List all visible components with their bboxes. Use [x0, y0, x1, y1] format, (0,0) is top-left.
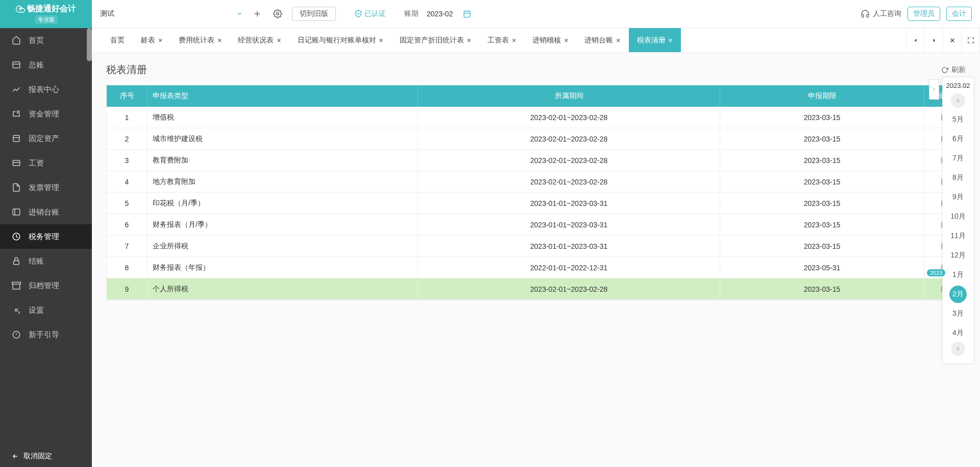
sidebar-item-4[interactable]: 固定资产	[0, 126, 92, 151]
tab-label: 税表清册	[637, 36, 666, 45]
sidebar-item-1[interactable]: 总账	[0, 53, 92, 77]
tab-label: 进销台账	[584, 36, 613, 45]
month-item[interactable]: 1月2023	[949, 266, 967, 284]
company-dropdown[interactable]: 测试	[100, 9, 243, 18]
unpin-label: 取消固定	[23, 452, 52, 461]
tab-0[interactable]: 首页	[102, 28, 133, 52]
tab-6[interactable]: 工资表×	[479, 28, 524, 52]
tab-9[interactable]: 税表清册×	[629, 28, 681, 52]
tabs-next-button[interactable]	[925, 28, 943, 52]
month-item[interactable]: 11月	[949, 227, 967, 245]
sidebar-item-11[interactable]: 设置	[0, 298, 92, 322]
sidebar-item-8[interactable]: 税务管理	[0, 224, 92, 249]
month-item[interactable]: 5月	[949, 111, 967, 128]
tab-close-button[interactable]: ×	[564, 36, 568, 44]
month-item[interactable]: 6月	[949, 130, 967, 148]
sidebar-icon	[11, 60, 21, 70]
sidebar-icon	[11, 330, 21, 340]
month-item[interactable]: 3月	[949, 305, 967, 322]
page-header: 税表清册 刷新	[106, 63, 966, 77]
month-list: 5月6月7月8月9月10月11月12月1月20232月3月4月	[943, 111, 973, 342]
tab-label: 费用统计表	[179, 36, 214, 45]
tab-5[interactable]: 固定资产折旧统计表×	[391, 28, 479, 52]
tab-8[interactable]: 进销台账×	[576, 28, 628, 52]
switch-old-version-button[interactable]: 切到旧版	[292, 7, 336, 21]
fullscreen-button[interactable]	[962, 28, 980, 52]
sidebar-item-0[interactable]: 首页	[0, 28, 92, 53]
td-seq: 7	[107, 236, 148, 256]
header-content: 测试 切到旧版 已认证 账期 2023-02 人工咨询 管理员 会计	[92, 7, 980, 21]
sidebar-item-7[interactable]: 进销台账	[0, 200, 92, 224]
td-period: 2023-02-01~2023-02-28	[418, 107, 720, 128]
sidebar-item-5[interactable]: 工资	[0, 151, 92, 175]
tab-close-button[interactable]: ×	[669, 36, 673, 44]
sidebar-icon	[11, 158, 21, 168]
panel-collapse-handle[interactable]	[929, 79, 939, 100]
refresh-icon	[941, 66, 948, 74]
period-value: 2023-02	[427, 10, 453, 18]
sidebar-item-9[interactable]: 结账	[0, 249, 92, 273]
table-header: 序号 申报表类型 所属期间 申报期限 操作	[107, 85, 965, 107]
sidebar-icon	[11, 231, 21, 242]
add-button[interactable]	[251, 8, 263, 20]
logo-text: 畅捷通好会计	[16, 4, 76, 14]
tab-close-button[interactable]: ×	[277, 36, 281, 44]
tabs-prev-button[interactable]	[906, 28, 925, 52]
tab-label: 工资表	[487, 36, 509, 45]
logo-badge: 专业版	[35, 15, 58, 24]
month-panel: 2023.02 5月6月7月8月9月10月11月12月1月20232月3月4月	[942, 77, 974, 364]
svg-point-2	[277, 13, 279, 15]
tab-close-button[interactable]: ×	[467, 36, 471, 44]
tab-7[interactable]: 进销稽核×	[524, 28, 576, 52]
tab-2[interactable]: 费用统计表×	[170, 28, 230, 52]
svg-marker-22	[914, 38, 916, 42]
consult-button[interactable]: 人工咨询	[861, 9, 901, 18]
td-seq: 2	[107, 128, 148, 149]
settings-button[interactable]	[272, 8, 284, 20]
user-button[interactable]: 管理员	[908, 7, 940, 21]
tab-4[interactable]: 日记账与银行对账单核对×	[289, 28, 391, 52]
tab-1[interactable]: 龄表×	[133, 28, 170, 52]
td-deadline: 2023-03-15	[720, 278, 924, 299]
td-deadline: 2023-05-31	[720, 257, 924, 278]
calendar-button[interactable]	[461, 8, 473, 20]
sidebar-icon	[11, 305, 21, 315]
sidebar-item-label: 固定资产	[29, 134, 59, 144]
chevron-down-icon	[236, 10, 243, 17]
sidebar-item-6[interactable]: 发票管理	[0, 175, 92, 200]
month-item[interactable]: 2月	[949, 286, 967, 303]
page: 税表清册 刷新 序号 申报表类型 所属期间 申报期限 操作 1增值税2023-0…	[92, 53, 980, 311]
month-item[interactable]: 10月	[949, 208, 967, 225]
sidebar-item-3[interactable]: 资金管理	[0, 102, 92, 126]
month-item[interactable]: 8月	[949, 169, 967, 186]
tabs-close-button[interactable]	[943, 28, 962, 52]
tab-close-button[interactable]: ×	[158, 36, 162, 44]
sidebar-item-10[interactable]: 归档管理	[0, 273, 92, 298]
sidebar-scrollbar[interactable]	[87, 28, 92, 467]
tab-close-button[interactable]: ×	[379, 36, 383, 44]
tab-3[interactable]: 经营状况表×	[230, 28, 289, 52]
month-item[interactable]: 4月	[949, 324, 967, 342]
month-scroll-down[interactable]	[951, 342, 965, 356]
chevron-up-icon	[955, 98, 961, 104]
svg-rect-18	[12, 282, 21, 284]
tab-close-button[interactable]: ×	[512, 36, 516, 44]
month-item[interactable]: 12月	[949, 247, 967, 264]
td-type: 增值税	[148, 107, 418, 128]
svg-rect-3	[464, 11, 470, 17]
role-button[interactable]: 会计	[946, 7, 972, 21]
logo-icon	[16, 5, 25, 14]
th-seq: 序号	[107, 85, 148, 107]
month-item[interactable]: 9月	[949, 189, 967, 206]
sidebar-item-12[interactable]: 新手引导	[0, 322, 92, 347]
sidebar-item-2[interactable]: 报表中心	[0, 77, 92, 102]
month-scroll-up[interactable]	[951, 94, 965, 108]
td-period: 2023-02-01~2023-02-28	[418, 171, 720, 192]
tab-close-button[interactable]: ×	[217, 36, 222, 44]
year-badge: 2023	[927, 269, 945, 276]
month-item[interactable]: 7月	[949, 150, 967, 167]
tab-close-button[interactable]: ×	[616, 36, 620, 44]
unpin-button[interactable]: 取消固定	[11, 452, 52, 461]
refresh-button[interactable]: 刷新	[941, 65, 966, 75]
td-deadline: 2023-03-15	[720, 107, 924, 128]
